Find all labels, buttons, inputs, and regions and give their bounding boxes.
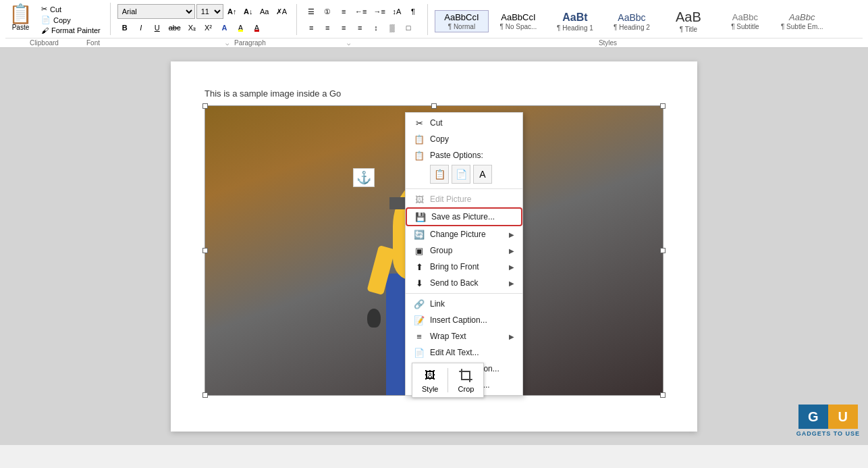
numbering-button[interactable]: ① — [320, 4, 335, 19]
mini-style-button[interactable]: 🖼 Style — [418, 366, 442, 394]
document-text: This is a sample image inside a Go — [205, 88, 663, 99]
style-normal[interactable]: AaBbCcI ¶ Normal — [435, 10, 489, 32]
insert-caption-icon: 📝 — [414, 315, 425, 326]
anchor-icon[interactable]: ⚓ — [353, 168, 375, 187]
show-formatting-button[interactable]: ¶ — [406, 4, 421, 19]
clipboard-label: Clipboard — [5, 39, 83, 47]
bold-button[interactable]: B — [117, 20, 132, 35]
align-right-button[interactable]: ≡ — [336, 20, 351, 35]
font-group: Arial 11 A↑ A↓ Aa ✗A B I U abc X₂ X² A A — [117, 4, 297, 35]
style-title[interactable]: AaB ¶ Title — [661, 7, 715, 35]
logo-watermark: G U GADGETS TO USE — [796, 405, 860, 437]
context-copy[interactable]: 📋 Copy — [406, 131, 522, 147]
context-send-to-back[interactable]: ⬇ Send to Back ▶ — [406, 275, 522, 291]
mini-crop-button[interactable]: Crop — [454, 366, 478, 394]
styles-group: AaBbCcI ¶ Normal AaBbCcI ¶ No Spac... Aa… — [435, 7, 863, 35]
mini-toolbar-separator — [447, 368, 448, 392]
send-to-back-arrow: ▶ — [509, 280, 514, 287]
wrap-text-icon: ≡ — [414, 331, 425, 342]
decrease-font-size-button[interactable]: A↓ — [241, 4, 256, 19]
shading-button[interactable]: ▒ — [385, 20, 400, 35]
handle-top-right[interactable] — [660, 103, 666, 109]
separator-2 — [406, 293, 522, 294]
multilevel-list-button[interactable]: ≡ — [336, 4, 351, 19]
link-icon: 🔗 — [414, 298, 425, 309]
bullets-button[interactable]: ☰ — [304, 4, 319, 19]
mini-crop-icon — [458, 367, 474, 384]
cut-icon: ✂ — [41, 5, 47, 14]
italic-button[interactable]: I — [134, 20, 148, 35]
copy-label: Copy — [430, 134, 449, 144]
context-edit-alt-text[interactable]: 📄 Edit Alt Text... — [406, 344, 522, 361]
align-left-button[interactable]: ≡ — [304, 20, 319, 35]
clipboard-group: 📋 Paste ✂ Cut 📄 Copy 🖌 Format Painter — [5, 3, 111, 35]
change-picture-icon: 🔄 — [414, 229, 425, 240]
bring-to-front-label: Bring to Front — [430, 262, 479, 271]
style-heading1[interactable]: AaBt ¶ Heading 1 — [548, 9, 602, 34]
format-painter-button[interactable]: 🖌 Format Painter — [38, 26, 103, 35]
copy-button[interactable]: 📄 Copy — [38, 15, 103, 25]
change-case-button[interactable]: Aa — [257, 4, 272, 19]
handle-mid-right[interactable] — [660, 248, 666, 253]
paste-button[interactable]: 📋 Paste — [5, 3, 36, 33]
context-change-picture[interactable]: 🔄 Change Picture ▶ — [406, 226, 522, 242]
context-insert-caption[interactable]: 📝 Insert Caption... — [406, 312, 522, 328]
mini-toolbar: 🖼 Style Crop — [412, 363, 484, 398]
font-expand-icon[interactable]: ⌵ — [225, 40, 229, 47]
insert-caption-label: Insert Caption... — [430, 315, 487, 325]
paragraph-group: ☰ ① ≡ ←≡ →≡ ↕A ¶ ≡ ≡ ≡ ≡ ↕ ▒ □ — [304, 4, 428, 35]
mini-style-label: Style — [422, 385, 438, 393]
decrease-indent-button[interactable]: ←≡ — [352, 4, 369, 19]
handle-mid-left[interactable] — [202, 248, 208, 253]
context-link[interactable]: 🔗 Link — [406, 296, 522, 312]
handle-top-mid[interactable] — [431, 103, 437, 109]
style-no-spacing[interactable]: AaBbCcI ¶ No Spac... — [491, 10, 545, 32]
context-wrap-text[interactable]: ≡ Wrap Text ▶ — [406, 328, 522, 344]
line-spacing-button[interactable]: ↕ — [369, 20, 383, 35]
context-group[interactable]: ▣ Group ▶ — [406, 242, 522, 259]
clear-formatting-button[interactable]: ✗A — [273, 4, 290, 19]
wrap-text-arrow: ▶ — [509, 333, 514, 340]
font-size-select[interactable]: 11 — [196, 4, 223, 19]
bring-to-front-icon: ⬆ — [414, 261, 425, 272]
paste-option-1[interactable]: 📋 — [430, 165, 449, 184]
logo-box-2: U — [828, 405, 858, 429]
cut-button[interactable]: ✂ Cut — [38, 4, 103, 14]
wrap-text-label: Wrap Text — [430, 332, 466, 341]
context-bring-to-front[interactable]: ⬆ Bring to Front ▶ — [406, 259, 522, 275]
logo-text: GADGETS TO USE — [796, 430, 860, 437]
paragraph-label: Paragraph ⌵ — [232, 39, 353, 47]
text-highlight-button[interactable]: A — [234, 20, 248, 35]
handle-bottom-right[interactable] — [660, 392, 666, 398]
context-edit-picture: 🖼 Edit Picture — [406, 191, 522, 207]
sort-button[interactable]: ↕A — [389, 4, 404, 19]
align-center-button[interactable]: ≡ — [320, 20, 335, 35]
font-family-select[interactable]: Arial — [117, 4, 195, 19]
save-as-picture-label: Save as Picture... — [431, 212, 495, 222]
send-to-back-icon: ⬇ — [414, 278, 425, 288]
strikethrough-button[interactable]: abc — [166, 20, 184, 35]
style-subtitle[interactable]: AaBbc ¶ Subtitle — [718, 10, 772, 32]
underline-button[interactable]: U — [150, 20, 165, 35]
text-effects-button[interactable]: A — [217, 20, 232, 35]
superscript-button[interactable]: X² — [201, 20, 216, 35]
borders-button[interactable]: □ — [401, 20, 416, 35]
document-area: This is a sample image inside a Go 001 — [0, 48, 868, 445]
justify-button[interactable]: ≡ — [352, 20, 367, 35]
style-heading2[interactable]: AaBbc ¶ Heading 2 — [605, 10, 659, 33]
subscript-button[interactable]: X₂ — [185, 20, 200, 35]
paste-option-2[interactable]: 📄 — [452, 165, 470, 184]
mini-crop-label: Crop — [458, 385, 474, 393]
style-subtle-em[interactable]: AaBbc ¶ Subtle Em... — [775, 10, 830, 32]
font-color-button[interactable]: A — [250, 20, 265, 35]
increase-font-size-button[interactable]: A↑ — [225, 4, 240, 19]
paste-label: Paste — [12, 24, 30, 31]
edit-picture-icon: 🖼 — [414, 194, 425, 205]
handle-bottom-left[interactable] — [202, 392, 208, 398]
increase-indent-button[interactable]: →≡ — [371, 4, 388, 19]
handle-top-left[interactable] — [202, 103, 208, 109]
context-save-as-picture[interactable]: 💾 Save as Picture... — [406, 207, 522, 226]
context-cut[interactable]: ✂ Cut — [406, 115, 522, 131]
paste-option-3[interactable]: A — [473, 165, 492, 184]
paragraph-expand-icon[interactable]: ⌵ — [347, 40, 350, 47]
